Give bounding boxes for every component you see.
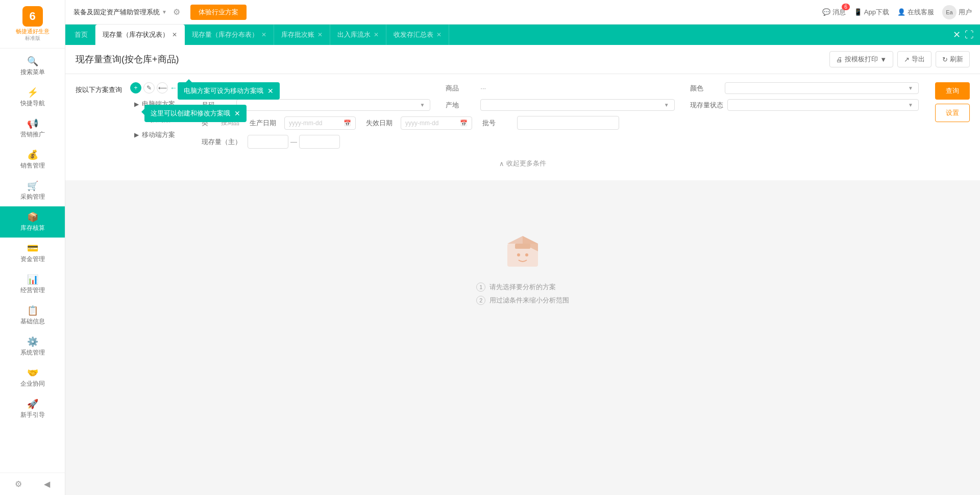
inventory-max-input[interactable] — [299, 135, 340, 149]
sidebar-item-label: 销售管理 — [20, 161, 45, 170]
collapse-row[interactable]: ∧ 收起更多条件 — [76, 155, 970, 172]
logo-text: 畅捷通好生意 — [16, 28, 50, 35]
expire-date-value: yyyy-mm-dd — [405, 120, 438, 127]
expire-date-label: 失效日期 — [366, 119, 397, 128]
produce-date-label: 生产日期 — [250, 119, 280, 128]
origin-select[interactable]: ▼ — [480, 99, 674, 111]
batch-no-input[interactable] — [517, 116, 619, 130]
refresh-icon: ↻ — [942, 56, 948, 63]
settings-button[interactable]: ⚙ — [13, 477, 24, 491]
sidebar-item-basic[interactable]: 📋 基础信息 — [0, 300, 65, 331]
tab-close-icon[interactable]: ✕ — [374, 31, 379, 38]
page-title: 现存量查询(按仓库+商品) — [76, 53, 179, 65]
color-label: 颜色 — [690, 84, 721, 93]
tab-close-icon[interactable]: ✕ — [172, 31, 177, 38]
goods-label: 商品 — [446, 84, 476, 93]
sidebar-item-label: 基础信息 — [20, 317, 45, 326]
size-select[interactable]: ▼ — [236, 99, 430, 111]
tabs-actions: ✕ ⛶ — [953, 29, 978, 40]
tab-close-icon[interactable]: ✕ — [436, 31, 442, 38]
marketing-icon: 📢 — [27, 118, 38, 129]
print-button[interactable]: 🖨 按模板打印 ▼ — [829, 51, 893, 67]
user-button[interactable]: Ea 用户 — [942, 5, 972, 19]
sidebar: 6 畅捷通好生意 标准版 🔍 搜索菜单 ⚡ 快捷导航 📢 营销推广 💰 销售管理… — [0, 0, 65, 495]
sidebar-item-label: 营销推广 — [20, 130, 45, 139]
inventory-min-input[interactable] — [248, 135, 288, 149]
empty-state: 1 请先选择要分析的方案 2 用过滤条件来缩小分析范围 — [65, 182, 980, 348]
produce-date-input[interactable]: yyyy-mm-dd 📅 — [284, 116, 356, 130]
message-button[interactable]: 💬 消息 6 — [822, 8, 846, 17]
edit-scheme-button[interactable]: ✎ — [143, 82, 155, 93]
tab-inventory-dist[interactable]: 现存量（库存分布表） ✕ — [185, 25, 274, 45]
tooltip-close-2[interactable]: ✕ — [234, 109, 240, 117]
sidebar-item-finance[interactable]: 💳 资金管理 — [0, 238, 65, 269]
batch-no-label: 批号 — [482, 119, 513, 128]
tab-inout-flow-label: 出入库流水 — [337, 30, 371, 39]
online-support-button[interactable]: 👤 在线客服 — [897, 8, 934, 17]
empty-tip-2: 2 用过滤条件来缩小分析范围 — [476, 294, 569, 307]
user-label: 用户 — [959, 8, 972, 17]
tab-batch[interactable]: 库存批次账 ✕ — [274, 25, 330, 45]
logo-icon: 6 — [22, 6, 43, 27]
phone-icon: 📱 — [854, 8, 862, 16]
svg-rect-3 — [515, 244, 530, 249]
sidebar-item-enterprise[interactable]: 🤝 企业协同 — [0, 362, 65, 393]
tab-inout-flow[interactable]: 出入库流水 ✕ — [330, 25, 386, 45]
tooltip-text-2: 这里可以创建和修改方案哦 — [151, 109, 230, 118]
empty-tips: 1 请先选择要分析的方案 2 用过滤条件来缩小分析范围 — [476, 280, 569, 307]
sidebar-item-search[interactable]: 🔍 搜索菜单 — [0, 51, 65, 82]
expire-date-input[interactable]: yyyy-mm-dd 📅 — [401, 116, 472, 130]
scheme-item-mobile[interactable]: ▶ 移动端方案 — [130, 128, 185, 142]
avatar: Ea — [942, 5, 957, 19]
field-batch-no: 批号 — [482, 116, 619, 130]
fullscreen-button[interactable]: ⛶ — [965, 29, 974, 40]
app-download-label: App下载 — [864, 8, 889, 17]
header-right: 💬 消息 6 📱 App下载 👤 在线客服 Ea 用户 — [822, 5, 972, 19]
inventory-icon: 📦 — [27, 211, 38, 223]
sidebar-item-marketing[interactable]: 📢 营销推广 — [0, 113, 65, 144]
sidebar-item-quick[interactable]: ⚡ 快捷导航 — [0, 82, 65, 113]
sidebar-item-label: 库存核算 — [20, 224, 45, 232]
tooltip-close-1[interactable]: ✕ — [267, 87, 274, 95]
back-scheme-button[interactable]: ⟵ — [157, 82, 168, 93]
color-select[interactable]: ▼ — [725, 82, 919, 94]
sidebar-logo[interactable]: 6 畅捷通好生意 标准版 — [0, 0, 65, 49]
goods-ellipsis-icon[interactable]: ··· — [480, 84, 486, 92]
close-all-tabs-button[interactable]: ✕ — [953, 29, 961, 40]
sidebar-item-sales[interactable]: 💰 销售管理 — [0, 144, 65, 175]
sidebar-item-label: 搜索菜单 — [20, 68, 45, 77]
inventory-qty-label: 现存量（主） — [202, 137, 241, 147]
sidebar-item-label: 新手引导 — [20, 411, 45, 419]
empty-tip-1: 1 请先选择要分析的方案 — [476, 280, 569, 294]
sidebar-item-system[interactable]: ⚙️ 系统管理 — [0, 331, 65, 362]
search-button[interactable]: 查询 — [935, 82, 970, 100]
tab-receive-summary[interactable]: 收发存汇总表 ✕ — [386, 25, 449, 45]
enterprise-icon: 🤝 — [27, 367, 38, 379]
export-button[interactable]: ↗ 导出 — [897, 51, 932, 67]
finance-icon: 💳 — [27, 243, 38, 254]
origin-dropdown-icon: ▼ — [664, 102, 669, 108]
svg-point-5 — [525, 253, 528, 256]
sidebar-item-purchase[interactable]: 🛒 采购管理 — [0, 175, 65, 206]
tab-inventory-status[interactable]: 现存量（库存状况表） ✕ — [95, 25, 185, 45]
header-settings-icon[interactable]: ⚙ — [173, 7, 180, 17]
sidebar-item-operation[interactable]: 📊 经营管理 — [0, 269, 65, 300]
set-button[interactable]: 设置 — [935, 104, 970, 122]
collapse-label: 收起更多条件 — [506, 159, 546, 168]
app-download-button[interactable]: 📱 App下载 — [854, 8, 889, 17]
sidebar-item-guide[interactable]: 🚀 新手引导 — [0, 393, 65, 425]
quick-icon: ⚡ — [27, 87, 38, 98]
add-scheme-button[interactable]: + — [130, 82, 141, 93]
tab-close-icon[interactable]: ✕ — [261, 31, 266, 38]
collapse-sidebar-button[interactable]: ◀ — [42, 477, 52, 491]
sidebar-item-label: 企业协同 — [20, 380, 45, 388]
dropdown-arrow-icon: ▼ — [162, 9, 167, 15]
tab-close-icon[interactable]: ✕ — [317, 31, 323, 38]
refresh-button[interactable]: ↻ 刷新 — [936, 51, 970, 67]
scheme-arrow-icon: ← — [170, 84, 177, 92]
tab-home[interactable]: 首页 — [67, 25, 95, 45]
stock-status-select[interactable]: ▼ — [727, 99, 919, 111]
sidebar-item-inventory[interactable]: 📦 库存核算 — [0, 206, 65, 238]
trial-button[interactable]: 体验行业方案 — [190, 5, 247, 20]
scheme-mobile-label: 移动端方案 — [142, 130, 175, 139]
